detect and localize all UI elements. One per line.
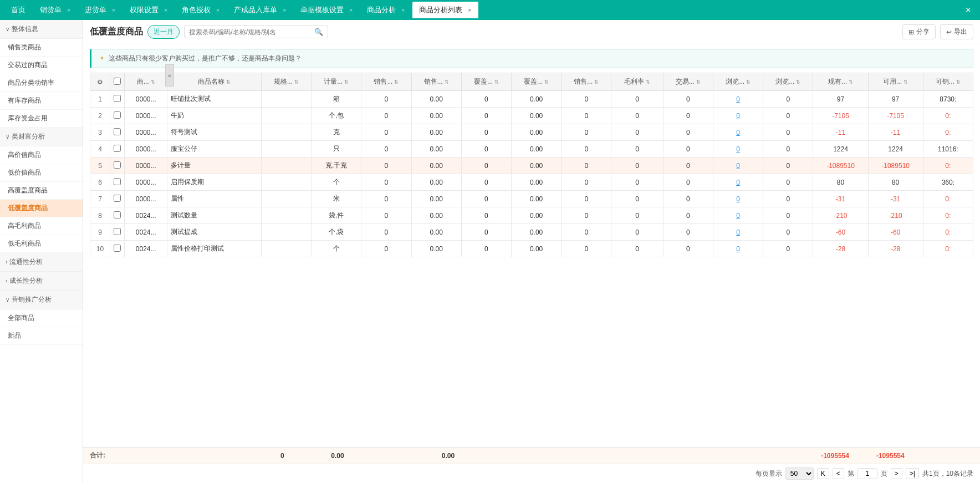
close-template-tab-icon[interactable]: ×	[349, 7, 353, 13]
select-all-checkbox[interactable]	[114, 78, 121, 85]
sellable-column-header[interactable]: 可销...⇅	[923, 73, 973, 91]
row-checkbox-cell[interactable]	[110, 157, 125, 174]
row-checkbox-cell[interactable]	[110, 141, 125, 157]
nav-tab-permissions[interactable]: 权限设置 ×	[123, 2, 174, 18]
close-roles-tab-icon[interactable]: ×	[216, 7, 220, 13]
nav-tab-product-analysis-list[interactable]: 商品分析列表 ×	[412, 2, 478, 18]
row-checkbox[interactable]	[114, 211, 121, 218]
next-page-button[interactable]: >	[891, 468, 902, 479]
spec-column-header[interactable]: 规格...⇅	[261, 73, 311, 91]
row-view1[interactable]: 0	[713, 91, 763, 108]
last-page-button[interactable]: >|	[906, 468, 919, 479]
row-checkbox-cell[interactable]	[110, 207, 125, 224]
row-checkbox-cell[interactable]	[110, 108, 125, 124]
nav-tab-roles[interactable]: 角色授权 ×	[175, 2, 226, 18]
close-finished-goods-tab-icon[interactable]: ×	[283, 7, 286, 13]
view1-link[interactable]: 0	[736, 162, 740, 170]
row-checkbox-cell[interactable]	[110, 224, 125, 241]
sidebar-group-overall[interactable]: ∨ 整体信息	[0, 20, 83, 39]
sidebar-group-wealth-analysis[interactable]: ∨ 类财富分析	[0, 128, 83, 146]
margin-column-header[interactable]: 毛利率⇅	[611, 73, 663, 91]
row-checkbox[interactable]	[114, 111, 121, 119]
close-product-analysis-tab-icon[interactable]: ×	[401, 7, 405, 13]
prev-page-button[interactable]: <	[833, 468, 844, 479]
sidebar-item-new-goods[interactable]: 新品	[0, 327, 83, 345]
row-checkbox[interactable]	[114, 195, 121, 202]
view2-column-header[interactable]: 浏览...⇅	[763, 73, 813, 91]
sales-count-column-header[interactable]: 销售...⇅	[361, 73, 411, 91]
cover1-column-header[interactable]: 覆盖...⇅	[461, 73, 511, 91]
row-checkbox[interactable]	[114, 128, 121, 135]
nav-tab-sales[interactable]: 销货单 ×	[33, 2, 77, 18]
row-view1[interactable]: 0	[713, 207, 763, 224]
row-checkbox[interactable]	[114, 161, 121, 169]
settings-column-header[interactable]: ⚙	[90, 73, 110, 91]
cover2-column-header[interactable]: 覆盖...⇅	[512, 73, 562, 91]
view1-link[interactable]: 0	[736, 145, 740, 153]
code-column-header[interactable]: 商...⇅	[125, 73, 167, 91]
sidebar-group-marketing[interactable]: ∨ 营销推广分析	[0, 291, 83, 309]
view1-link[interactable]: 0	[736, 245, 740, 253]
row-view1[interactable]: 0	[713, 241, 763, 257]
nav-tab-home[interactable]: 首页	[4, 2, 32, 18]
view1-link[interactable]: 0	[736, 112, 740, 120]
row-checkbox[interactable]	[114, 245, 121, 252]
stock1-column-header[interactable]: 现有...⇅	[813, 73, 868, 91]
row-view1[interactable]: 0	[713, 141, 763, 157]
row-checkbox-cell[interactable]	[110, 174, 125, 191]
sales-amount-column-header[interactable]: 销售...⇅	[411, 73, 461, 91]
search-input[interactable]	[189, 28, 314, 36]
sidebar-item-high-value[interactable]: 高价值商品	[0, 146, 83, 164]
nav-tab-purchase[interactable]: 进货单 ×	[78, 2, 122, 18]
view1-link[interactable]: 0	[736, 95, 740, 103]
sidebar-item-all-goods[interactable]: 全部商品	[0, 309, 83, 327]
row-view1[interactable]: 0	[713, 108, 763, 124]
row-view1[interactable]: 0	[713, 174, 763, 191]
sidebar-group-growth[interactable]: › 成长性分析	[0, 272, 83, 291]
row-checkbox[interactable]	[114, 228, 121, 235]
sidebar-item-high-coverage[interactable]: 高覆盖度商品	[0, 182, 83, 200]
close-sales-tab-icon[interactable]: ×	[67, 7, 70, 13]
row-view1[interactable]: 0	[713, 224, 763, 241]
close-permissions-tab-icon[interactable]: ×	[164, 7, 167, 13]
sidebar-item-low-coverage[interactable]: 低覆盖度商品	[0, 200, 83, 217]
sidebar-item-stocked-goods[interactable]: 有库存商品	[0, 92, 83, 110]
close-purchase-tab-icon[interactable]: ×	[112, 7, 115, 13]
name-column-header[interactable]: 商品名称⇅	[167, 73, 262, 91]
sidebar-item-inventory-funds[interactable]: 库存资金占用	[0, 110, 83, 128]
first-page-button[interactable]: K	[817, 468, 829, 479]
row-checkbox[interactable]	[114, 95, 121, 102]
window-close-button[interactable]: ×	[961, 4, 976, 16]
row-checkbox-cell[interactable]	[110, 191, 125, 207]
unit-column-header[interactable]: 计量...⇅	[312, 73, 361, 91]
sales3-column-header[interactable]: 销售...⇅	[562, 73, 611, 91]
checkbox-column-header[interactable]	[110, 73, 125, 91]
view1-link[interactable]: 0	[736, 179, 740, 186]
page-number-input[interactable]	[858, 468, 877, 479]
sidebar-item-high-margin[interactable]: 高毛利商品	[0, 217, 83, 235]
export-button[interactable]: ↩ 导出	[940, 24, 973, 39]
nav-tab-finished-goods[interactable]: 产成品入库单 ×	[227, 2, 293, 18]
row-view1[interactable]: 0	[713, 157, 763, 174]
view1-link[interactable]: 0	[736, 195, 740, 203]
row-checkbox-cell[interactable]	[110, 124, 125, 141]
stock2-column-header[interactable]: 可用...⇅	[868, 73, 923, 91]
view1-column-header[interactable]: 浏览...⇅	[713, 73, 763, 91]
time-filter-button[interactable]: 近一月	[147, 25, 180, 39]
close-analysis-list-tab-icon[interactable]: ×	[468, 7, 471, 13]
sidebar-collapse-button[interactable]: «	[165, 64, 174, 87]
sidebar-item-traded-goods[interactable]: 交易过的商品	[0, 57, 83, 74]
sidebar-item-sales-goods[interactable]: 销售类商品	[0, 39, 83, 57]
sidebar-item-low-value[interactable]: 低价值商品	[0, 164, 83, 182]
view1-link[interactable]: 0	[736, 212, 740, 220]
row-checkbox-cell[interactable]	[110, 241, 125, 257]
row-checkbox[interactable]	[114, 145, 121, 152]
share-button[interactable]: ⊞ 分享	[902, 24, 936, 39]
view1-link[interactable]: 0	[736, 129, 740, 136]
trade-column-header[interactable]: 交易...⇅	[663, 73, 713, 91]
sidebar-item-category-activity[interactable]: 商品分类动销率	[0, 74, 83, 92]
per-page-select[interactable]: 50 10 20 100	[785, 467, 814, 480]
sidebar-item-low-margin[interactable]: 低毛利商品	[0, 235, 83, 253]
row-view1[interactable]: 0	[713, 191, 763, 207]
row-checkbox-cell[interactable]	[110, 91, 125, 108]
